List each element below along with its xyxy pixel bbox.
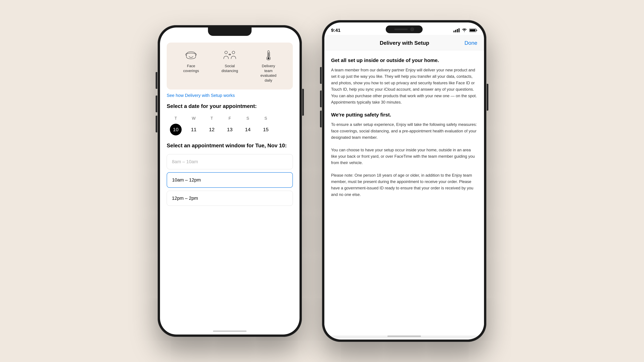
left-phone-notch [208, 27, 252, 36]
svg-rect-7 [454, 31, 454, 32]
cal-header-5: S [257, 114, 275, 122]
cal-day-14[interactable]: 14 [242, 124, 254, 135]
svg-rect-9 [457, 29, 458, 32]
cal-day-15[interactable]: 15 [260, 124, 272, 135]
svg-rect-10 [458, 28, 460, 32]
scene: Face coverings [0, 0, 644, 362]
thermometer-icon [262, 49, 275, 61]
modal-body-text-3: You can choose to have your setup occur … [331, 147, 477, 166]
right-phone-screen: 9:41 [324, 22, 484, 340]
right-phone-frame: 9:41 [322, 20, 486, 342]
right-home-indicator [388, 336, 421, 337]
time-slot-8am[interactable]: 8am – 10am [167, 154, 293, 169]
status-bar-icons [454, 28, 477, 32]
modal-title: Delivery with Setup [380, 40, 429, 46]
cal-header-3: F [221, 114, 239, 122]
see-how-link-container[interactable]: See how Delivery with Setup works [160, 93, 300, 98]
status-bar-time: 9:41 [331, 28, 340, 33]
svg-rect-12 [476, 30, 477, 31]
speaker-grille [394, 28, 408, 30]
cal-header-0: T [167, 114, 185, 122]
svg-point-1 [232, 51, 235, 54]
wifi-icon [462, 28, 467, 32]
svg-rect-13 [470, 29, 476, 31]
svg-point-0 [225, 51, 228, 54]
modal-sheet: Delivery with Setup Done Get all set up … [324, 35, 484, 339]
appointment-title: Select an appointment window for Tue, No… [167, 142, 293, 149]
delivery-team-label: Delivery team evaluated daily [258, 64, 280, 83]
cal-header-2: T [203, 114, 221, 122]
see-how-link[interactable]: See how Delivery with Setup works [167, 93, 235, 98]
signal-icon [454, 28, 460, 32]
safety-item-social-distancing: Social distancing [219, 49, 241, 73]
calendar-day-headers: T W T F S S [167, 114, 293, 122]
face-coverings-label: Face coverings [180, 64, 202, 73]
safety-banner: Face coverings [167, 42, 293, 89]
cal-day-12[interactable]: 12 [206, 124, 218, 135]
modal-header: Delivery with Setup Done [324, 35, 484, 50]
cal-day-10[interactable]: 10 [170, 124, 182, 135]
social-distancing-icon [223, 49, 236, 61]
left-home-indicator [213, 331, 246, 332]
social-distancing-label: Social distancing [219, 64, 241, 73]
safety-item-delivery-team: Delivery team evaluated daily [258, 49, 280, 83]
modal-body-text-2: To ensure a safer setup experience, Enjo… [331, 121, 477, 141]
time-slot-10am[interactable]: 10am – 12pm [167, 172, 293, 188]
cal-header-1: W [185, 114, 202, 122]
date-section-title: Select a date for your appointment: [160, 103, 300, 109]
left-phone-screen: Face coverings [160, 27, 300, 335]
modal-body-text-4: Please note: One person 18 years of age … [331, 172, 477, 198]
modal-body[interactable]: Get all set up inside or outside of your… [324, 50, 484, 336]
cal-day-11[interactable]: 11 [188, 124, 200, 135]
svg-point-2 [268, 57, 270, 59]
cal-header-4: S [239, 114, 257, 122]
time-slot-12pm[interactable]: 12pm – 2pm [167, 191, 293, 206]
calendar-section: T W T F S S 10 11 12 13 14 15 [160, 114, 300, 135]
calendar-day-nums: 10 11 12 13 14 15 [167, 124, 293, 135]
modal-heading-2: We're putting safety first. [331, 111, 477, 118]
safety-item-face-coverings: Face coverings [180, 49, 202, 73]
modal-heading-1: Get all set up inside or outside of your… [331, 57, 477, 63]
cal-day-13[interactable]: 13 [224, 124, 236, 135]
svg-rect-8 [455, 30, 456, 32]
front-camera [410, 27, 414, 31]
left-phone-frame: Face coverings [158, 25, 302, 337]
appointment-section: Select an appointment window for Tue, No… [160, 142, 300, 206]
modal-done-button[interactable]: Done [464, 40, 478, 46]
dynamic-island [386, 25, 422, 33]
modal-body-text-1: A team member from our delivery partner … [331, 67, 477, 105]
face-coverings-icon [184, 49, 198, 61]
battery-icon [469, 28, 477, 32]
